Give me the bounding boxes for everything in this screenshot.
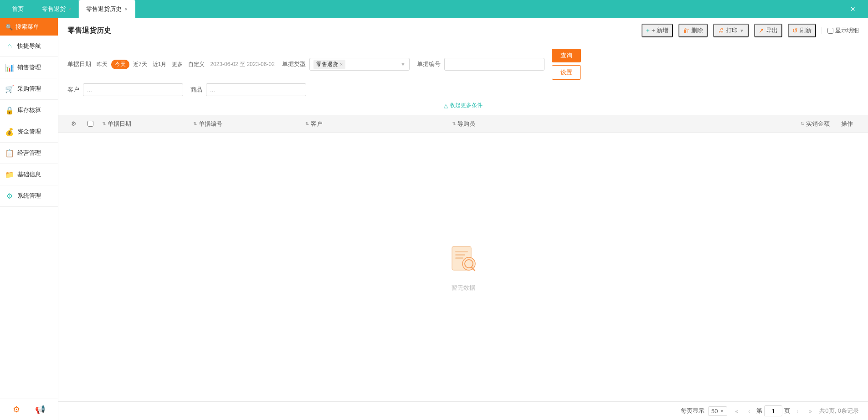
sidebar-item-sales-mgmt[interactable]: 📊 销售管理 (0, 57, 58, 78)
filter-area: 单据日期 昨天 今天 近7天 近1月 更多 自定义 2023-06-02 至 2… (58, 43, 868, 115)
per-page-select[interactable]: 50 ▼ (708, 406, 727, 416)
tab-retail-return-close[interactable]: × (68, 6, 71, 12)
top-bar: 首页 零售退货 × 零售退货历史 × × (0, 0, 868, 18)
tab-retail-return-label: 零售退货 (42, 5, 66, 13)
page-input[interactable] (764, 405, 782, 416)
finance-mgmt-icon: 💰 (5, 128, 14, 136)
sidebar-item-finance-mgmt-label: 资金管理 (17, 128, 41, 136)
th-guide[interactable]: ⇅ 导购员 (448, 116, 539, 132)
sidebar-item-quick-nav-label: 快捷导航 (17, 42, 41, 50)
new-button[interactable]: + + 新增 (642, 24, 673, 37)
sidebar-settings-button[interactable]: ⚙ (13, 405, 20, 415)
date-btn-7days[interactable]: 近7天 (131, 60, 149, 69)
sys-mgmt-icon: ⚙ (5, 192, 14, 200)
tab-home[interactable]: 首页 (5, 0, 31, 18)
tab-retail-return-history[interactable]: 零售退货历史 × (79, 0, 135, 18)
select-all-checkbox[interactable] (87, 121, 93, 127)
header-divider (822, 27, 822, 34)
sidebar-sound-button[interactable]: 📢 (35, 405, 45, 415)
filter-date-buttons: 昨天 今天 近7天 近1月 更多 自定义 (95, 60, 206, 69)
th-spacer (539, 120, 756, 128)
page-prev-button[interactable]: ‹ (744, 405, 755, 416)
page-last-button[interactable]: » (805, 405, 816, 416)
inventory-icon: 🔒 (5, 106, 14, 114)
filter-voucher-input[interactable] (444, 58, 544, 71)
sidebar-item-ops-mgmt[interactable]: 📋 经营管理 (0, 143, 58, 164)
show-detail-text: 显示明细 (835, 26, 859, 35)
th-date[interactable]: ⇅ 单据日期 (98, 116, 190, 132)
th-op: 操作 (833, 116, 861, 132)
collapse-button[interactable]: △ 收起更多条件 (438, 100, 488, 111)
query-button[interactable]: 查询 (552, 49, 581, 62)
svg-rect-3 (455, 257, 463, 259)
filter-type-remove[interactable]: × (340, 61, 343, 67)
ops-mgmt-icon: 📋 (5, 149, 14, 157)
sidebar-item-quick-nav[interactable]: ⌂ 快捷导航 (0, 36, 58, 57)
sidebar-item-purchase-mgmt[interactable]: 🛒 采购管理 (0, 78, 58, 100)
filter-row-1: 单据日期 昨天 今天 近7天 近1月 更多 自定义 2023-06-02 至 2… (67, 49, 859, 80)
table-footer: 每页显示 50 ▼ « ‹ 第 页 › » 共0页, 0条记录 (58, 401, 868, 420)
page-header: 零售退货历史 + + 新增 🗑 删除 🖨 打印 ▼ ↗ 导出 (58, 18, 868, 43)
table-settings-icon: ⚙ (71, 120, 77, 127)
filter-voucher-label: 单据编号 (417, 60, 441, 68)
show-detail-label[interactable]: 显示明细 (827, 26, 859, 35)
filter-type: 单据类型 零售退货 × ▼ (282, 58, 410, 71)
per-page-label: 每页显示 (681, 407, 704, 415)
page-next-button[interactable]: › (792, 405, 803, 416)
filter-goods-label: 商品 (190, 86, 202, 94)
refresh-button[interactable]: ↺ 刷新 (788, 24, 816, 37)
sidebar-item-sys-mgmt[interactable]: ⚙ 系统管理 (0, 185, 58, 207)
query-settings-group: 查询 设置 (552, 49, 581, 80)
filter-goods-input[interactable]: ... (206, 83, 306, 96)
basic-info-icon: 📁 (5, 170, 14, 179)
search-icon: 🔍 (5, 24, 13, 31)
filter-goods: 商品 ... (190, 83, 306, 96)
date-btn-yesterday[interactable]: 昨天 (95, 60, 109, 69)
filter-date: 单据日期 昨天 今天 近7天 近1月 更多 自定义 2023-06-02 至 2… (67, 60, 275, 69)
date-btn-more[interactable]: 更多 (170, 60, 185, 69)
sidebar-item-basic-info[interactable]: 📁 基础信息 (0, 164, 58, 185)
th-settings[interactable]: ⚙ (66, 117, 82, 131)
delete-icon: 🗑 (683, 27, 689, 34)
date-btn-custom[interactable]: 自定义 (186, 60, 206, 69)
export-button[interactable]: ↗ 导出 (754, 24, 782, 37)
filter-customer-input[interactable]: ... (83, 83, 183, 96)
th-amount[interactable]: ⇅ 实销金额 (756, 116, 833, 132)
page-label: 第 (756, 407, 762, 415)
th-id[interactable]: ⇅ 单据编号 (190, 116, 302, 132)
show-detail-checkbox[interactable] (827, 28, 833, 34)
svg-rect-2 (455, 254, 465, 256)
sort-id-icon: ⇅ (193, 121, 197, 126)
th-amount-label: 实销金额 (806, 120, 830, 128)
page-unit: 页 (784, 407, 790, 415)
sidebar-item-purchase-mgmt-label: 采购管理 (17, 85, 41, 93)
th-customer[interactable]: ⇅ 客户 (302, 116, 448, 132)
th-checkbox[interactable] (82, 117, 98, 130)
filter-type-tag: 零售退货 × (313, 60, 345, 69)
tab-retail-return[interactable]: 零售退货 × (35, 0, 79, 18)
export-label: 导出 (766, 26, 778, 35)
filter-type-tag-text: 零售退货 (316, 61, 338, 68)
table-area: ⚙ ⇅ 单据日期 ⇅ 单据编号 ⇅ 客户 ⇅ (58, 115, 868, 401)
tab-retail-return-history-label: 零售退货历史 (86, 5, 122, 13)
empty-state-icon (445, 242, 482, 278)
sidebar-item-inventory-label: 库存核算 (17, 106, 41, 114)
tab-retail-return-history-close[interactable]: × (124, 6, 127, 12)
delete-button[interactable]: 🗑 删除 (678, 24, 708, 37)
page-first-button[interactable]: « (731, 405, 742, 416)
sidebar-item-sales-mgmt-label: 销售管理 (17, 63, 41, 72)
print-button[interactable]: 🖨 打印 ▼ (713, 24, 749, 37)
sidebar-item-finance-mgmt[interactable]: 💰 资金管理 (0, 121, 58, 143)
sidebar-item-inventory[interactable]: 🔒 库存核算 (0, 100, 58, 121)
date-btn-today[interactable]: 今天 (111, 60, 129, 69)
empty-text: 暂无数据 (452, 284, 475, 292)
page-summary: 共0页, 0条记录 (819, 407, 859, 415)
filter-type-select[interactable]: 零售退货 × ▼ (309, 58, 410, 71)
print-icon: 🖨 (718, 27, 724, 34)
sidebar-search[interactable]: 🔍 搜索菜单 (0, 18, 58, 36)
date-btn-1month[interactable]: 近1月 (151, 60, 169, 69)
tab-list: 零售退货 × 零售退货历史 × (35, 0, 847, 18)
empty-state: 暂无数据 (58, 133, 868, 401)
settings-button[interactable]: 设置 (552, 65, 581, 80)
window-close-button[interactable]: × (847, 5, 859, 14)
